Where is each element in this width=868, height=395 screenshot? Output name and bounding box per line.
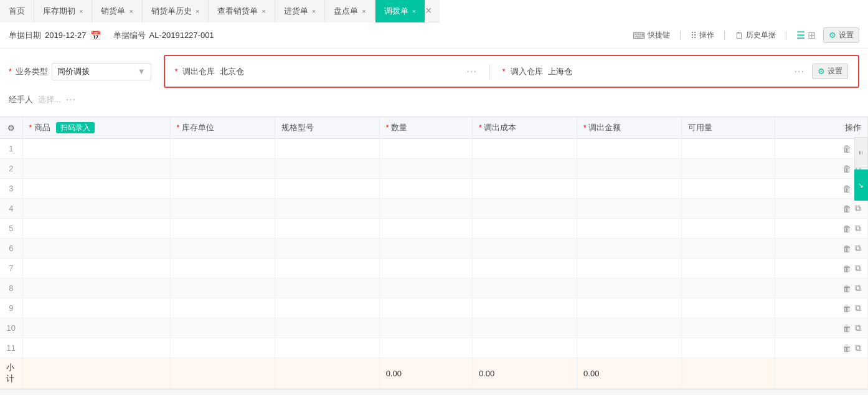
tab-inventory-init[interactable]: 库存期初 ×	[34, 0, 92, 22]
delete-icon-1[interactable]: 🗑	[842, 144, 851, 154]
tab-sales-history-close[interactable]: ×	[196, 7, 199, 15]
row-spec-10[interactable]	[275, 318, 379, 338]
row-amount-10[interactable]	[577, 318, 682, 338]
row-qty-7[interactable]	[379, 259, 472, 278]
tab-inventory-check-close[interactable]: ×	[362, 7, 366, 15]
tab-sales-order[interactable]: 销货单 ×	[92, 0, 142, 22]
date-value[interactable]: 2019-12-27	[45, 31, 87, 40]
row-cost-3[interactable]	[473, 179, 577, 199]
row-amount-8[interactable]	[577, 278, 682, 298]
layout-icon-1[interactable]: ☰	[796, 29, 805, 41]
row-amount-5[interactable]	[577, 219, 682, 239]
row-qty-2[interactable]	[379, 159, 472, 179]
row-product-5[interactable]	[22, 219, 170, 239]
agent-more-button[interactable]: ···	[66, 94, 76, 105]
row-spec-5[interactable]	[275, 219, 379, 239]
delete-icon-2[interactable]: 🗑	[842, 164, 851, 174]
row-qty-11[interactable]	[379, 338, 472, 358]
row-unit-5[interactable]	[170, 219, 275, 239]
row-cost-4[interactable]	[473, 199, 577, 219]
target-wh-value[interactable]: 上海仓	[548, 66, 572, 77]
row-cost-6[interactable]	[473, 239, 577, 259]
row-amount-6[interactable]	[577, 239, 682, 259]
delete-icon-10[interactable]: 🗑	[842, 323, 851, 333]
copy-icon-5[interactable]: ⧉	[855, 223, 861, 234]
row-spec-1[interactable]	[275, 139, 379, 159]
row-unit-8[interactable]	[170, 278, 275, 298]
row-qty-3[interactable]	[379, 179, 472, 199]
row-cost-10[interactable]	[473, 318, 577, 338]
tab-view-sales[interactable]: 查看销货单 ×	[209, 0, 275, 22]
row-qty-4[interactable]	[379, 199, 472, 219]
target-wh-more-button[interactable]: ···	[795, 66, 804, 77]
row-unit-9[interactable]	[170, 298, 275, 318]
horizontal-scrollbar[interactable]	[0, 389, 868, 395]
row-amount-9[interactable]	[577, 298, 682, 318]
warehouse-settings-button[interactable]: ⚙ 设置	[812, 64, 848, 79]
source-wh-more-button[interactable]: ···	[467, 66, 477, 77]
delete-icon-9[interactable]: 🗑	[842, 303, 851, 313]
gear-icon[interactable]: ⚙	[7, 123, 15, 133]
row-cost-8[interactable]	[473, 278, 577, 298]
delete-icon-11[interactable]: 🗑	[842, 343, 851, 353]
row-product-11[interactable]	[22, 338, 170, 358]
row-product-6[interactable]	[22, 239, 170, 259]
row-spec-11[interactable]	[275, 338, 379, 358]
tab-transfer-order-close[interactable]: ×	[412, 7, 416, 15]
row-spec-4[interactable]	[275, 199, 379, 219]
row-product-4[interactable]	[22, 199, 170, 219]
tab-purchase-order[interactable]: 进货单 ×	[275, 0, 325, 22]
row-unit-2[interactable]	[170, 159, 275, 179]
row-cost-5[interactable]	[473, 219, 577, 239]
row-amount-7[interactable]	[577, 259, 682, 278]
row-product-9[interactable]	[22, 298, 170, 318]
settings-button[interactable]: ⚙ 设置	[823, 27, 859, 43]
row-spec-6[interactable]	[275, 239, 379, 259]
row-unit-1[interactable]	[170, 139, 275, 159]
copy-icon-4[interactable]: ⧉	[855, 203, 861, 214]
row-product-10[interactable]	[22, 318, 170, 338]
tab-purchase-order-close[interactable]: ×	[312, 7, 316, 15]
row-product-2[interactable]	[22, 159, 170, 179]
row-spec-9[interactable]	[275, 298, 379, 318]
operations-button[interactable]: ⠿ 操作	[691, 30, 714, 40]
row-amount-4[interactable]	[577, 199, 682, 219]
row-unit-7[interactable]	[170, 259, 275, 278]
row-product-7[interactable]	[22, 259, 170, 278]
tab-sales-order-close[interactable]: ×	[129, 7, 133, 15]
row-product-3[interactable]	[22, 179, 170, 199]
row-qty-10[interactable]	[379, 318, 472, 338]
row-unit-4[interactable]	[170, 199, 275, 219]
row-cost-7[interactable]	[473, 259, 577, 278]
shortcuts-button[interactable]: ⌨ 快捷键	[633, 30, 670, 40]
copy-icon-11[interactable]: ⧉	[855, 343, 861, 353]
row-qty-9[interactable]	[379, 298, 472, 318]
source-wh-value[interactable]: 北京仓	[220, 66, 244, 77]
agent-select[interactable]: 选择...	[38, 94, 61, 105]
row-unit-10[interactable]	[170, 318, 275, 338]
float-list-button[interactable]: ≡	[854, 137, 868, 168]
row-qty-5[interactable]	[379, 219, 472, 239]
row-cost-11[interactable]	[473, 338, 577, 358]
row-spec-7[interactable]	[275, 259, 379, 278]
calendar-icon[interactable]: 📅	[90, 31, 101, 40]
row-amount-1[interactable]	[577, 139, 682, 159]
row-qty-8[interactable]	[379, 278, 472, 298]
row-cost-1[interactable]	[473, 139, 577, 159]
business-type-select[interactable]: 同价调拨 ▼	[52, 63, 151, 80]
float-expand-button[interactable]: ↗	[854, 169, 868, 201]
delete-icon-8[interactable]: 🗑	[842, 283, 851, 293]
row-cost-9[interactable]	[473, 298, 577, 318]
delete-icon-6[interactable]: 🗑	[842, 244, 851, 254]
tab-view-sales-close[interactable]: ×	[262, 7, 265, 15]
row-amount-2[interactable]	[577, 159, 682, 179]
tab-transfer-order[interactable]: 调拨单 ×	[375, 0, 425, 22]
copy-icon-8[interactable]: ⧉	[855, 283, 861, 293]
copy-icon-6[interactable]: ⧉	[855, 243, 861, 254]
tab-inventory-check[interactable]: 盘点单 ×	[325, 0, 375, 22]
delete-icon-5[interactable]: 🗑	[842, 224, 851, 234]
row-unit-11[interactable]	[170, 338, 275, 358]
row-product-8[interactable]	[22, 278, 170, 298]
copy-icon-10[interactable]: ⧉	[855, 323, 861, 333]
row-amount-3[interactable]	[577, 179, 682, 199]
